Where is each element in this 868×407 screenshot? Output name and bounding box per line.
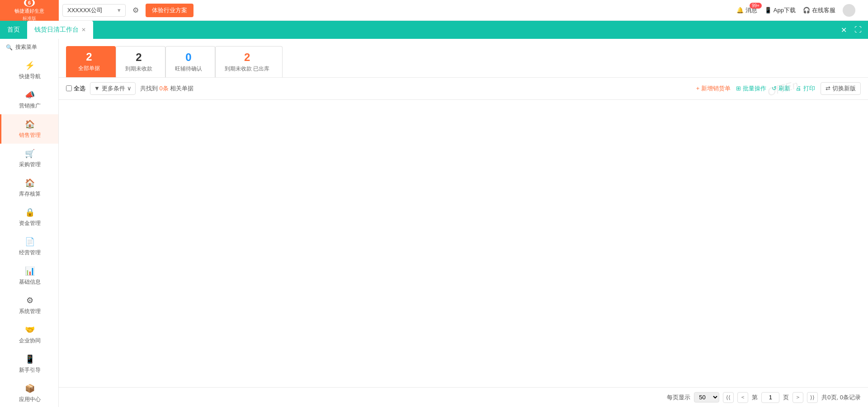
search-icon: 🔍: [6, 44, 13, 51]
sidebar-item-operation[interactable]: 📄 经营管理: [0, 232, 58, 261]
header-left: 6 畅捷通好生意 标准版 XXXXXX公司 ▾ ⚙ 体验行业方案: [0, 0, 193, 21]
headset-icon: 🎧: [803, 7, 810, 14]
batch-btn[interactable]: ⊞ 批量操作: [736, 84, 766, 93]
add-sales-btn[interactable]: + 新增销货单: [696, 84, 731, 93]
sidebar-item-purchase[interactable]: 🛒 采购管理: [0, 144, 58, 173]
settings-icon[interactable]: ⚙: [129, 4, 142, 17]
nav-tabs-bar: 首页 钱货日清工作台 ✕ ✕ ⛶: [0, 21, 868, 39]
filter-label: 更多条件: [102, 84, 125, 93]
toolbar-left: 全选 ▼ 更多条件 ∨ 共找到 0条 相关单据: [66, 82, 691, 95]
sidebar-item-cooperation[interactable]: 🤝 企业协同: [0, 320, 58, 349]
system-icon: ⚙: [24, 295, 35, 306]
sidebar-item-label-purchase: 采购管理: [19, 161, 41, 168]
sidebar-item-label-sales: 销售管理: [19, 131, 41, 139]
sidebar-item-sales[interactable]: 🏠 销售管理: [0, 114, 58, 144]
sidebar-item-system[interactable]: ⚙ 系统管理: [0, 290, 58, 320]
svg-text:6: 6: [28, 0, 31, 5]
phone-icon: 📱: [764, 7, 772, 14]
batch-icon: ⊞: [736, 85, 741, 92]
sidebar-item-label-inventory: 库存核算: [19, 190, 41, 198]
page-content: 2 全部单据 2 到期未收款 0 旺辅待确认 2 到期未收款 已出库: [59, 39, 868, 407]
found-text: 共找到 0条 相关单据: [140, 84, 193, 93]
sidebar-item-appstore[interactable]: 📦 应用中心: [0, 379, 58, 407]
sidebar-item-label-guide: 新手引导: [19, 366, 41, 374]
quick-nav-icon: ⚡: [24, 60, 35, 71]
msg-badge: 99+: [750, 3, 762, 9]
tab-home[interactable]: 首页: [0, 21, 27, 39]
stat-label-pending: 旺辅待确认: [175, 65, 202, 73]
sidebar-item-inventory[interactable]: 🏠 库存核算: [0, 173, 58, 202]
message-btn[interactable]: 🔔 消息 99+: [736, 6, 757, 14]
sidebar-item-guide[interactable]: 📱 新手引导: [0, 349, 58, 379]
cooperation-icon: 🤝: [24, 324, 35, 335]
sidebar-search[interactable]: 🔍 搜索菜单: [0, 39, 58, 56]
stat-card-all[interactable]: 2 全部单据: [66, 46, 116, 77]
inventory-icon: 🏠: [24, 178, 35, 188]
select-all-input[interactable]: [66, 85, 72, 91]
appstore-icon: 📦: [24, 383, 35, 394]
tab-home-label: 首页: [7, 26, 20, 34]
chevron-down-icon: ▾: [118, 7, 121, 14]
per-page-label: 每页显示: [667, 393, 690, 402]
stat-card-unout[interactable]: 2 到期未收款 已出库: [215, 46, 283, 77]
select-all-label: 全选: [74, 84, 85, 93]
switch-new-btn[interactable]: ⇄ 切换新版: [821, 82, 861, 95]
stat-card-overdue[interactable]: 2 到期未收款: [116, 46, 165, 77]
marketing-icon: 📣: [24, 89, 35, 100]
footer-pagination: 每页显示 50 100 200 ⟨⟨ ＜ 第 页 ＞ ⟩⟩ 共0页, 0条记录: [59, 387, 868, 407]
page-size-select[interactable]: 50 100 200: [694, 392, 719, 402]
total-info: 共0页, 0条记录: [821, 393, 861, 402]
stat-num-unout: 2: [225, 51, 269, 64]
stat-card-pending[interactable]: 0 旺辅待确认: [165, 46, 215, 77]
sidebar-item-label-operation: 经营管理: [19, 249, 41, 257]
prev-page-btn[interactable]: ＜: [737, 392, 748, 403]
stat-label-overdue: 到期未收款: [125, 65, 152, 73]
basic-icon: 📊: [24, 266, 35, 276]
logo-area: 6 畅捷通好生意 标准版: [0, 0, 59, 21]
logo-sub: 标准版: [23, 15, 36, 22]
sidebar-item-label-cooperation: 企业协同: [19, 337, 41, 345]
trial-btn[interactable]: 体验行业方案: [146, 4, 193, 17]
sidebar-item-basic[interactable]: 📊 基础信息: [0, 261, 58, 290]
sidebar-search-label: 搜索菜单: [15, 43, 37, 51]
company-selector[interactable]: XXXXXX公司 ▾: [62, 4, 126, 17]
sales-icon: 🏠: [24, 119, 35, 130]
sidebar-item-label-appstore: 应用中心: [19, 396, 41, 403]
avatar[interactable]: [843, 4, 855, 17]
sidebar-item-label-basic: 基础信息: [19, 278, 41, 286]
last-page-btn[interactable]: ⟩⟩: [807, 392, 818, 403]
first-page-btn[interactable]: ⟨⟨: [723, 392, 734, 403]
online-service-btn[interactable]: 🎧 在线客服: [803, 6, 835, 14]
table-area: [59, 100, 868, 387]
select-all-checkbox[interactable]: 全选: [66, 84, 85, 93]
print-btn[interactable]: 🖨 打印: [796, 84, 815, 93]
stat-num-pending: 0: [175, 51, 202, 64]
purchase-icon: 🛒: [24, 148, 35, 159]
logo-icon: 6: [24, 0, 35, 7]
refresh-btn[interactable]: ↺ 刷新: [772, 84, 790, 93]
tab-work[interactable]: 钱货日清工作台 ✕: [27, 21, 93, 39]
finance-icon: 🔒: [24, 207, 35, 218]
filter-btn[interactable]: ▼ 更多条件 ∨: [90, 82, 136, 95]
header-right: 🔔 消息 99+ 📱 App下载 🎧 在线客服: [736, 4, 863, 17]
minimize-tab-icon[interactable]: ✕: [838, 24, 849, 35]
guide-icon: 📱: [24, 354, 35, 365]
sidebar-item-label-system: 系统管理: [19, 308, 41, 315]
stat-num-overdue: 2: [125, 51, 152, 64]
refresh-icon: ↺: [772, 85, 777, 92]
content-area: 2 全部单据 2 到期未收款 0 旺辅待确认 2 到期未收款 已出库: [59, 39, 868, 407]
tab-controls: ✕ ⛶: [838, 24, 863, 35]
stat-num-all: 2: [75, 51, 103, 64]
operation-icon: 📄: [24, 236, 35, 247]
toolbar-right: + 新增销货单 ⊞ 批量操作 ↺ 刷新 🖨 打印 ⇄: [696, 82, 861, 95]
close-tab-icon[interactable]: ✕: [81, 27, 86, 33]
sidebar-item-quick-nav[interactable]: ⚡ 快捷导航: [0, 56, 58, 85]
sidebar-item-finance[interactable]: 🔒 资金管理: [0, 202, 58, 232]
stat-label-unout: 到期未收款 已出库: [225, 65, 269, 73]
app-download-btn[interactable]: 📱 App下载: [764, 6, 796, 14]
next-page-btn[interactable]: ＞: [793, 392, 803, 403]
sidebar-item-marketing[interactable]: 📣 营销推广: [0, 85, 58, 114]
tab-work-label: 钱货日清工作台: [34, 26, 79, 34]
expand-tab-icon[interactable]: ⛶: [853, 24, 863, 35]
page-number-input[interactable]: [761, 392, 779, 403]
